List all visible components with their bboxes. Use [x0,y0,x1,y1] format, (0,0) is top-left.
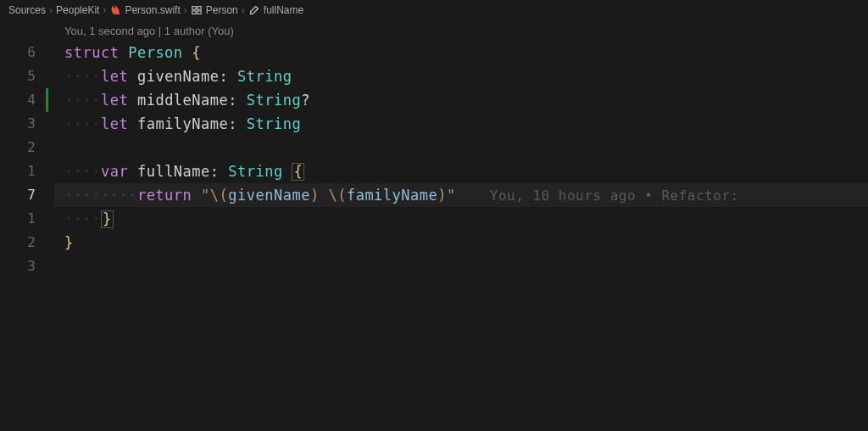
svg-rect-2 [192,11,196,14]
svg-rect-3 [198,11,201,14]
code-line[interactable]: ········return "\(givenName) \(familyNam… [54,183,868,207]
code-content[interactable]: struct Person { ····let givenName: Strin… [54,41,868,278]
line-number[interactable]: 4 [0,88,41,112]
breadcrumb-item[interactable]: PeopleKit [56,4,99,16]
git-modified-indicator[interactable] [46,88,48,112]
code-line[interactable]: ····var fullName: String { [54,160,868,183]
chevron-right-icon: › [242,4,245,16]
line-number[interactable]: 3 [0,112,41,136]
breadcrumb[interactable]: Sources › PeopleKit › Person.swift › Per… [0,0,868,20]
line-number[interactable]: 6 [0,41,41,64]
line-number[interactable]: 2 [0,136,41,160]
code-line[interactable]: struct Person { [54,41,868,64]
code-line[interactable]: ····} [54,207,868,231]
chevron-right-icon: › [49,4,53,16]
breadcrumb-item[interactable]: fullName [264,4,303,16]
code-line[interactable]: ····let givenName: String [54,64,868,88]
line-number[interactable]: 7 [0,183,41,207]
code-line[interactable]: ····let middleName: String? [54,88,868,112]
git-codelens[interactable]: You, 1 second ago | 1 author (You) [0,20,868,41]
swift-file-icon [109,4,121,16]
chevron-right-icon: › [103,4,106,16]
editor-area[interactable]: 6 5 4 3 2 1 7 1 2 3 struct Person { ····… [0,41,868,278]
code-line[interactable] [54,255,868,278]
code-line[interactable]: } [54,231,868,255]
git-blame-annotation[interactable]: You, 10 hours ago • Refactor: [490,188,739,204]
line-number[interactable]: 1 [0,160,41,183]
line-number[interactable]: 2 [0,231,41,255]
breadcrumb-item[interactable]: Person [206,4,238,16]
svg-rect-1 [198,7,201,10]
svg-rect-0 [192,7,196,10]
breadcrumb-item[interactable]: Person.swift [125,4,180,16]
breadcrumb-item[interactable]: Sources [8,4,46,16]
property-icon [248,4,260,16]
codelens-text: You, 1 second ago | 1 author (You) [64,25,234,37]
brace-match-icon: { [292,163,304,181]
line-gutter[interactable]: 6 5 4 3 2 1 7 1 2 3 [0,41,41,278]
line-number[interactable]: 1 [0,207,41,231]
line-number[interactable]: 3 [0,255,41,278]
brace-match-icon: } [101,210,114,228]
chevron-right-icon: › [184,4,187,16]
code-line[interactable]: ····let familyName: String [54,112,868,136]
line-number[interactable]: 5 [0,64,41,88]
code-line[interactable] [54,136,868,160]
struct-icon [191,4,203,16]
